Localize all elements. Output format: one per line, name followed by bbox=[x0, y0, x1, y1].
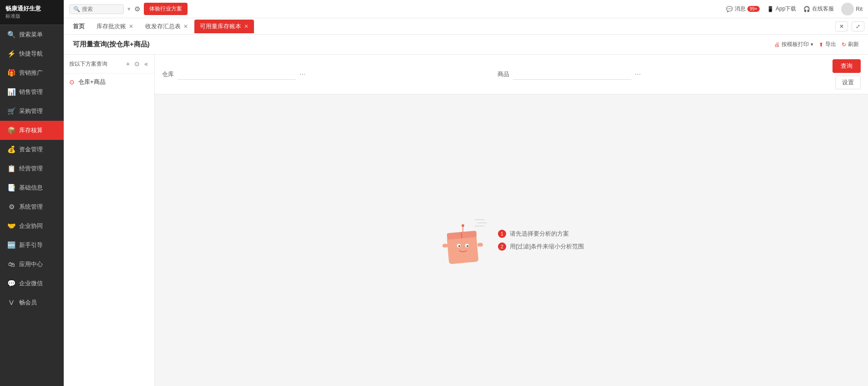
product-field: 商品 ··· bbox=[497, 69, 826, 80]
hint-1-num: 1 bbox=[498, 230, 506, 238]
svg-point-11 bbox=[462, 224, 464, 227]
tab-expand-btn[interactable]: ⤢ bbox=[852, 21, 864, 31]
user-name: Rit bbox=[856, 6, 863, 12]
tab-batch-account-close[interactable]: ✕ bbox=[129, 23, 133, 30]
svg-line-5 bbox=[461, 232, 462, 238]
tabbar: 首页 库存批次账 ✕ 收发存汇总表 ✕ 可用量库存账本 ✕ ✕ ⤢ bbox=[64, 18, 868, 35]
warehouse-more-btn[interactable]: ··· bbox=[299, 70, 305, 78]
print-btn[interactable]: 🖨 按模板打印 ▾ bbox=[774, 41, 813, 48]
tab-collect-summary[interactable]: 收发存汇总表 ✕ bbox=[140, 20, 193, 33]
topbar-dropdown-arrow[interactable]: ▾ bbox=[127, 5, 131, 12]
refresh-label: 刷新 bbox=[848, 41, 859, 48]
sidebar-item-search[interactable]: 🔍 搜索菜单 bbox=[0, 25, 64, 44]
tab-collect-summary-label: 收发存汇总表 bbox=[145, 22, 181, 31]
page-header: 可用量查询(按仓库+商品) 🖨 按模板打印 ▾ ⬆ 导出 ↻ 刷新 bbox=[64, 35, 868, 55]
export-btn[interactable]: ⬆ 导出 bbox=[819, 41, 836, 48]
empty-svg bbox=[439, 217, 489, 268]
empty-hints: 1 请先选择要分析的方案 2 用[过滤]条件来缩小分析范围 bbox=[498, 230, 584, 251]
sidebar-item-label: 经营管理 bbox=[19, 165, 43, 173]
svg-rect-13 bbox=[477, 243, 483, 247]
sidebar-scroll: 🔍 搜索菜单 ⚡ 快捷导航 🎁 营销推广 📊 销售管理 🛒 采购管理 📦 库存核… bbox=[0, 25, 64, 386]
user-area[interactable]: Rit bbox=[841, 3, 863, 15]
sidebar-item-label: 新手引导 bbox=[19, 241, 43, 249]
headset-icon: 🎧 bbox=[803, 6, 810, 12]
settings-btn[interactable]: 设置 bbox=[835, 76, 861, 89]
sidebar-item-system[interactable]: ⚙ 系统管理 bbox=[0, 197, 64, 216]
filter-settings-btn[interactable]: ⊙ bbox=[133, 59, 141, 68]
search-input[interactable] bbox=[82, 6, 118, 12]
topbar-search-box[interactable]: 🔍 bbox=[69, 4, 124, 14]
filter-item-warehouse-product[interactable]: ⊙ 仓库+商品 bbox=[64, 73, 154, 91]
filter-header: 按以下方案查询 + ⊙ « bbox=[64, 55, 154, 73]
tab-available-ledger-close[interactable]: ✕ bbox=[244, 23, 249, 30]
sidebar-item-inventory[interactable]: 📦 库存核算 bbox=[0, 121, 64, 140]
hint-1-text: 请先选择要分析的方案 bbox=[510, 230, 569, 238]
product-input[interactable] bbox=[513, 69, 631, 80]
handshake-icon: 🤝 bbox=[7, 222, 15, 230]
messages-btn[interactable]: 💬 消息 99+ bbox=[726, 5, 760, 13]
money-icon: 💰 bbox=[7, 145, 15, 154]
online-service-btn[interactable]: 🎧 在线客服 bbox=[803, 5, 834, 13]
filter-add-btn[interactable]: + bbox=[125, 59, 131, 68]
refresh-btn[interactable]: ↻ 刷新 bbox=[842, 41, 859, 48]
filter-actions: + ⊙ « bbox=[125, 59, 149, 68]
sidebar-item-member[interactable]: V 畅会员 bbox=[0, 293, 64, 312]
tabbar-right: ✕ ⤢ bbox=[835, 21, 864, 31]
tab-home[interactable]: 首页 bbox=[67, 20, 90, 33]
search-icon: 🔍 bbox=[73, 6, 80, 12]
query-right-buttons: 查询 设置 bbox=[832, 59, 861, 89]
filter-item-label: 仓库+商品 bbox=[78, 78, 106, 86]
sidebar-item-finance[interactable]: 💰 资金管理 bbox=[0, 140, 64, 159]
tab-batch-account[interactable]: 库存批次账 ✕ bbox=[91, 20, 139, 33]
tab-collect-summary-close[interactable]: ✕ bbox=[183, 23, 188, 30]
sidebar-item-label: 营销推广 bbox=[19, 69, 43, 77]
tab-available-ledger[interactable]: 可用量库存账本 ✕ bbox=[194, 20, 254, 33]
hint-2-num: 2 bbox=[498, 242, 506, 251]
sidebar-item-purchase[interactable]: 🛒 采购管理 bbox=[0, 102, 64, 121]
filter-title: 按以下方案查询 bbox=[69, 60, 107, 68]
sidebar-item-label: 资金管理 bbox=[19, 145, 43, 154]
doc-icon: 📑 bbox=[7, 184, 15, 192]
topbar-right: 💬 消息 99+ 📱 App下载 🎧 在线客服 Rit bbox=[726, 3, 863, 15]
sidebar-item-quick-nav[interactable]: ⚡ 快捷导航 bbox=[0, 44, 64, 63]
print-label: 按模板打印 bbox=[782, 41, 809, 48]
edition-label: 标准版 bbox=[5, 13, 58, 20]
vip-icon: V bbox=[7, 299, 15, 306]
sidebar-item-operations[interactable]: 📋 经营管理 bbox=[0, 159, 64, 178]
empty-hint-2: 2 用[过滤]条件来缩小分析范围 bbox=[498, 242, 584, 251]
sidebar-item-enterprise-wechat[interactable]: 💬 企业微信 bbox=[0, 274, 64, 293]
sidebar-item-cooperation[interactable]: 🤝 企业协同 bbox=[0, 216, 64, 236]
print-dropdown-icon[interactable]: ▾ bbox=[811, 41, 813, 47]
refresh-icon: ↻ bbox=[842, 41, 846, 48]
sidebar-logo: 畅康通好生意 标准版 bbox=[0, 0, 64, 25]
tab-close-btn[interactable]: ✕ bbox=[835, 21, 848, 31]
warehouse-input[interactable] bbox=[178, 69, 296, 80]
sidebar-item-label: 销售管理 bbox=[19, 88, 43, 96]
new-icon: 🆕 bbox=[7, 241, 15, 249]
tab-available-ledger-label: 可用量库存账本 bbox=[200, 22, 241, 31]
company-name: 畅康通好生意 bbox=[5, 5, 58, 13]
phone-icon: 📱 bbox=[767, 6, 774, 12]
product-more-btn[interactable]: ··· bbox=[635, 70, 641, 78]
industry-btn[interactable]: 体验行业方案 bbox=[144, 3, 188, 15]
collapse-icon: « bbox=[144, 60, 148, 67]
product-label: 商品 bbox=[497, 70, 509, 78]
sidebar-item-basic-info[interactable]: 📑 基础信息 bbox=[0, 178, 64, 197]
online-service-label: 在线客服 bbox=[812, 5, 834, 13]
sidebar-item-marketing[interactable]: 🎁 营销推广 bbox=[0, 63, 64, 82]
sidebar-item-app-center[interactable]: 🛍 应用中心 bbox=[0, 255, 64, 274]
user-avatar bbox=[841, 3, 854, 15]
gift-icon: 🎁 bbox=[7, 69, 15, 77]
clipboard-icon: 📋 bbox=[7, 165, 15, 173]
app-download-btn[interactable]: 📱 App下载 bbox=[767, 5, 796, 13]
filter-collapse-btn[interactable]: « bbox=[143, 59, 149, 68]
sidebar-item-label: 搜索菜单 bbox=[19, 31, 43, 39]
sidebar-item-sales[interactable]: 📊 销售管理 bbox=[0, 82, 64, 102]
sidebar-item-label: 基础信息 bbox=[19, 184, 43, 192]
warehouse-field: 仓库 ··· bbox=[162, 69, 490, 80]
topbar-gear-icon[interactable]: ⚙ bbox=[134, 5, 140, 13]
svg-point-8 bbox=[458, 245, 460, 247]
sidebar-item-guide[interactable]: 🆕 新手引导 bbox=[0, 236, 64, 255]
query-btn[interactable]: 查询 bbox=[832, 59, 861, 73]
export-icon: ⬆ bbox=[819, 41, 823, 48]
